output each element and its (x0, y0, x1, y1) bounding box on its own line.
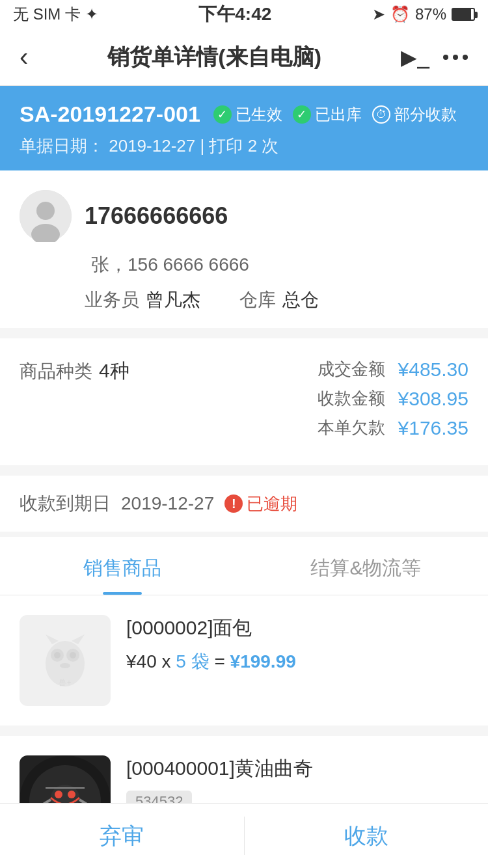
product-name-1: [0000002]面包 (126, 615, 468, 642)
product-price-1: ¥40 x 5 袋 = ¥199.99 (126, 649, 468, 674)
status-time: 下午4:42 (198, 2, 271, 27)
customer-row: 17666666666 (20, 190, 468, 242)
product-thumb-1: 兽+ (20, 615, 111, 706)
status-left: 无 SIM 卡 ✦ (13, 4, 98, 25)
customer-meta: 业务员 曾凡杰 仓库 总仓 (85, 288, 468, 312)
tab-settlement-label: 结算&物流等 (310, 557, 421, 578)
badge-effective: ✓ 已生效 (213, 104, 282, 125)
svg-point-10 (70, 652, 76, 658)
tab-settlement[interactable]: 结算&物流等 (244, 537, 488, 595)
sales-label: 业务员 (85, 288, 139, 312)
stats-section: 商品种类 4种 成交金额 ¥485.30 收款金额 ¥308.95 本单欠款 ¥… (0, 338, 488, 465)
qty-1: 5 (176, 651, 186, 671)
unit-1: 袋 (191, 651, 210, 671)
badge-shipped: ✓ 已出库 (293, 104, 362, 125)
due-date-label: 收款到期日 (20, 491, 111, 516)
badge-shipped-label: 已出库 (315, 104, 362, 125)
tab-underline (103, 592, 142, 595)
amount-row: 成交金额 ¥485.30 (318, 358, 468, 381)
svg-point-2 (463, 55, 468, 60)
sales-person-value: 曾凡杰 (146, 288, 200, 312)
order-badges: ✓ 已生效 ✓ 已出库 ⏱ 部分收款 (213, 104, 457, 125)
svg-point-4 (36, 202, 55, 220)
sim-status: 无 SIM 卡 ✦ (13, 4, 98, 25)
customer-name-phone: 张，156 6666 6666 (91, 252, 468, 277)
svg-text:兽+: 兽+ (59, 678, 71, 687)
customer-id: 17666666666 (85, 202, 228, 230)
more-icon[interactable] (442, 51, 468, 64)
category-label: 商品种类 (20, 359, 92, 384)
check-icon-2: ✓ (293, 105, 311, 124)
product-item-1: 兽+ [0000002]面包 ¥40 x 5 袋 = ¥199.99 (0, 595, 488, 726)
print-count: 2 (248, 136, 257, 156)
status-bar: 无 SIM 卡 ✦ 下午4:42 ➤ ⏰ 87% (0, 0, 488, 29)
svg-point-0 (443, 55, 448, 60)
svg-point-1 (453, 55, 458, 60)
page-title: 销货单详情(来自电脑) (107, 42, 321, 72)
total-1: ¥199.99 (230, 651, 296, 671)
badge-partial: ⏱ 部分收款 (372, 104, 457, 125)
check-icon-1: ✓ (213, 105, 232, 124)
tab-products[interactable]: 销售商品 (0, 537, 244, 595)
nav-bar: ‹ 销货单详情(来自电脑) ▶⎯ (0, 29, 488, 86)
due-date-section: 收款到期日 2019-12-27 ! 已逾期 (0, 476, 488, 532)
product-name-2: [000400001]黄油曲奇 (126, 755, 468, 782)
amount-label: 成交金额 (318, 358, 385, 381)
order-date: 2019-12-27 (109, 136, 195, 156)
share-icon[interactable]: ▶⎯ (401, 45, 429, 70)
tab-products-label: 销售商品 (83, 557, 161, 578)
location-icon: ➤ (372, 5, 385, 23)
clock-icon: ⏱ (372, 105, 390, 124)
warehouse-label: 仓库 (239, 288, 276, 312)
debt-row: 本单欠款 ¥176.35 (318, 416, 468, 439)
due-date-value: 2019-12-27 (121, 493, 214, 514)
svg-point-16 (55, 791, 62, 798)
customer-section: 17666666666 张，156 6666 6666 业务员 曾凡杰 仓库 总… (0, 170, 488, 328)
status-right: ➤ ⏰ 87% (372, 5, 475, 23)
badge-partial-label: 部分收款 (394, 104, 457, 125)
confirm-button[interactable]: 收款 (245, 804, 489, 868)
svg-point-11 (60, 663, 70, 668)
print-suffix: 次 (262, 136, 278, 156)
overdue-icon: ! (224, 495, 243, 513)
received-value: ¥308.95 (398, 388, 468, 410)
received-label: 收款金额 (318, 387, 385, 410)
back-button[interactable]: ‹ (20, 42, 28, 72)
warehouse-value: 总仓 (282, 288, 319, 312)
category-count: 4种 (99, 358, 129, 385)
alarm-icon: ⏰ (390, 5, 410, 23)
tabs-bar: 销售商品 结算&物流等 (0, 537, 488, 595)
debt-value: ¥176.35 (398, 417, 468, 439)
bottom-bar: 弃审 收款 (0, 803, 488, 868)
received-row: 收款金额 ¥308.95 (318, 387, 468, 410)
sales-person-item: 业务员 曾凡杰 (85, 288, 200, 312)
customer-avatar (20, 190, 72, 242)
unit-price-1: ¥40 (126, 651, 157, 671)
svg-point-17 (68, 791, 75, 798)
print-label: | 打印 (200, 136, 243, 156)
amount-value: ¥485.30 (398, 359, 468, 381)
date-label: 单据日期： (20, 136, 104, 156)
order-number: SA-20191227-001 (20, 102, 200, 127)
battery-icon (452, 8, 475, 21)
order-date-line: 单据日期： 2019-12-27 | 打印 2 次 (20, 135, 468, 157)
debt-label: 本单欠款 (318, 416, 385, 439)
product-info-1: [0000002]面包 ¥40 x 5 袋 = ¥199.99 (126, 615, 468, 674)
overdue-label: 已逾期 (247, 493, 297, 515)
category-stats: 商品种类 4种 (20, 358, 129, 385)
warehouse-item: 仓库 总仓 (239, 288, 319, 312)
battery-level: 87% (415, 5, 446, 23)
cancel-button[interactable]: 弃审 (0, 804, 244, 868)
badge-effective-label: 已生效 (236, 104, 282, 125)
overdue-badge: ! 已逾期 (224, 493, 297, 515)
financial-stats: 成交金额 ¥485.30 收款金额 ¥308.95 本单欠款 ¥176.35 (318, 358, 468, 446)
svg-point-9 (54, 652, 61, 658)
nav-actions: ▶⎯ (401, 45, 468, 70)
order-header: SA-20191227-001 ✓ 已生效 ✓ 已出库 ⏱ 部分收款 单据日期：… (0, 86, 488, 170)
